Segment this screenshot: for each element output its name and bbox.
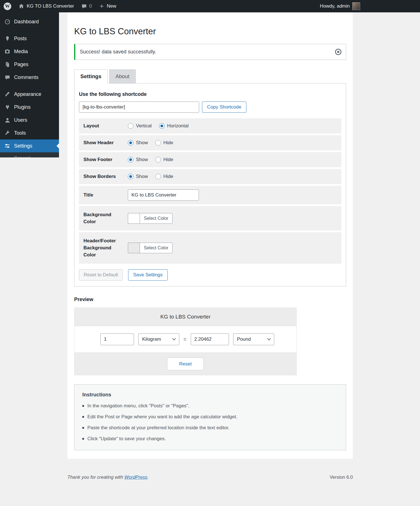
form-row-show-footer: Show Footer Show Hide — [79, 152, 341, 167]
reset-to-default-button[interactable]: Reset to Default — [79, 269, 123, 281]
radio-borders-show[interactable]: Show — [128, 174, 148, 179]
shortcode-input[interactable] — [79, 101, 199, 113]
sidebar-item-appearance[interactable]: Appearance — [0, 88, 59, 101]
radio-label: Show — [136, 157, 148, 162]
comment-bubble-icon — [81, 4, 87, 9]
color-swatch[interactable] — [128, 213, 140, 224]
footer-thanks-text: Thank you for creating with — [67, 475, 124, 480]
preview-widget-footer: Reset — [74, 353, 296, 375]
square-bullet-icon — [82, 416, 84, 418]
notice-message: Success! data saved successfully. — [80, 49, 156, 55]
sidebar-item-posts[interactable]: Posts — [0, 32, 59, 45]
instructions-box: Instructions In the navigation menu, cli… — [74, 384, 346, 450]
radio-header-show[interactable]: Show — [128, 140, 148, 146]
tab-settings[interactable]: Settings — [74, 69, 108, 83]
account-menu[interactable]: Howdy, admin — [316, 0, 364, 12]
tab-about[interactable]: About — [109, 69, 136, 83]
header-footer-color-picker: Select Color — [128, 243, 172, 253]
color-swatch[interactable] — [128, 243, 140, 253]
instruction-text: Paste the shortcode at your preferred lo… — [87, 425, 230, 431]
radio-icon — [128, 140, 133, 146]
radio-layout-horizontal[interactable]: Horizontal — [159, 123, 189, 129]
sidebar-item-tools[interactable]: Tools — [0, 126, 59, 139]
sidebar-item-users[interactable]: Users — [0, 114, 59, 126]
instruction-text: In the navigation menu, click "Posts" or… — [87, 403, 189, 409]
row-label: Background Color — [83, 211, 128, 225]
comments-menu[interactable]: 0 — [78, 0, 96, 12]
wordpress-logo-menu[interactable]: W — [0, 0, 15, 12]
radio-footer-hide[interactable]: Hide — [155, 157, 173, 162]
title-input[interactable] — [128, 189, 199, 201]
radio-icon — [128, 157, 133, 162]
select-header-footer-color-button[interactable]: Select Color — [140, 243, 172, 253]
kg-value-input[interactable] — [100, 333, 134, 345]
preview-widget-title: KG to LBS Converter — [74, 308, 296, 326]
tools-icon — [4, 130, 11, 136]
sidebar-item-settings[interactable]: Settings — [0, 139, 59, 152]
to-unit-value: Pound — [237, 336, 251, 342]
radio-icon — [155, 174, 161, 179]
instruction-text: Click "Update" to save your changes. — [87, 436, 166, 442]
dismiss-notice-button[interactable] — [335, 48, 342, 55]
row-label: Show Header — [83, 139, 128, 146]
version-label: Version 6.0 — [330, 475, 353, 480]
sidebar-item-comments[interactable]: Comments — [0, 71, 59, 84]
home-icon — [19, 3, 24, 9]
instruction-text: Edit the Post or Page where you want to … — [87, 414, 237, 420]
instruction-item: Edit the Post or Page where you want to … — [82, 414, 338, 420]
admin-sidebar: Dashboard Posts Media Pages Comments — [0, 12, 59, 157]
admin-bar: W KG TO LBS Converter 0 New Howdy, admin — [0, 0, 420, 12]
sidebar-item-media[interactable]: Media — [0, 45, 59, 58]
radio-header-hide[interactable]: Hide — [155, 140, 173, 146]
wordpress-logo-icon: W — [4, 3, 11, 10]
appearance-icon — [4, 91, 11, 98]
sidebar-item-label: Posts — [14, 35, 27, 42]
sidebar-submenu-partial[interactable]: General — [0, 152, 59, 157]
sidebar-item-label: Pages — [14, 61, 28, 68]
new-content-menu[interactable]: New — [96, 0, 120, 12]
howdy-label: Howdy, admin — [320, 3, 350, 9]
select-background-color-button[interactable]: Select Color — [140, 213, 172, 224]
users-icon — [4, 117, 11, 123]
tab-bar: Settings About — [74, 69, 346, 83]
square-bullet-icon — [82, 427, 84, 429]
plus-icon — [99, 4, 104, 9]
settings-panel: Use the following shortcode Copy Shortco… — [74, 83, 346, 286]
form-row-header-footer-color: Header/Footer Background Color Select Co… — [79, 232, 341, 264]
copy-shortcode-button[interactable]: Copy Shortcode — [202, 101, 246, 113]
preview-reset-button[interactable]: Reset — [167, 358, 204, 370]
sidebar-item-label: Dashboard — [14, 18, 39, 25]
sidebar-item-pages[interactable]: Pages — [0, 58, 59, 71]
sidebar-item-label: Plugins — [14, 104, 31, 110]
row-label: Header/Footer Background Color — [83, 238, 128, 258]
footer-period: . — [147, 475, 149, 480]
wordpress-link[interactable]: WordPress — [124, 475, 147, 480]
save-settings-button[interactable]: Save Settings — [128, 269, 168, 281]
settings-icon — [4, 143, 11, 149]
chevron-down-icon — [267, 337, 271, 340]
lbs-result-input[interactable] — [191, 333, 229, 345]
radio-label: Show — [136, 140, 148, 146]
form-row-layout: Layout Vertical Horizontal — [79, 118, 341, 134]
new-label: New — [107, 3, 116, 9]
instructions-title: Instructions — [82, 392, 338, 398]
sidebar-submenu-label: General — [14, 156, 30, 157]
site-name-menu[interactable]: KG TO LBS Converter — [15, 0, 78, 12]
radio-icon — [128, 123, 133, 129]
radio-label: Hide — [164, 174, 173, 179]
row-label: Show Borders — [83, 173, 128, 180]
form-actions: Reset to Default Save Settings — [79, 269, 341, 281]
radio-borders-hide[interactable]: Hide — [155, 174, 173, 179]
equals-sign: = — [183, 336, 187, 342]
sidebar-item-plugins[interactable]: Plugins — [0, 101, 59, 114]
to-unit-select[interactable]: Pound — [233, 333, 274, 345]
radio-layout-vertical[interactable]: Vertical — [128, 123, 152, 129]
form-row-title: Title — [79, 186, 341, 204]
radio-footer-show[interactable]: Show — [128, 157, 148, 162]
dashboard-icon — [4, 18, 11, 25]
sidebar-item-label: Tools — [14, 130, 26, 136]
site-name-label: KG TO LBS Converter — [27, 3, 74, 9]
from-unit-select[interactable]: Kilogram — [138, 333, 179, 345]
sidebar-item-label: Comments — [14, 74, 38, 81]
sidebar-item-dashboard[interactable]: Dashboard — [0, 15, 59, 28]
